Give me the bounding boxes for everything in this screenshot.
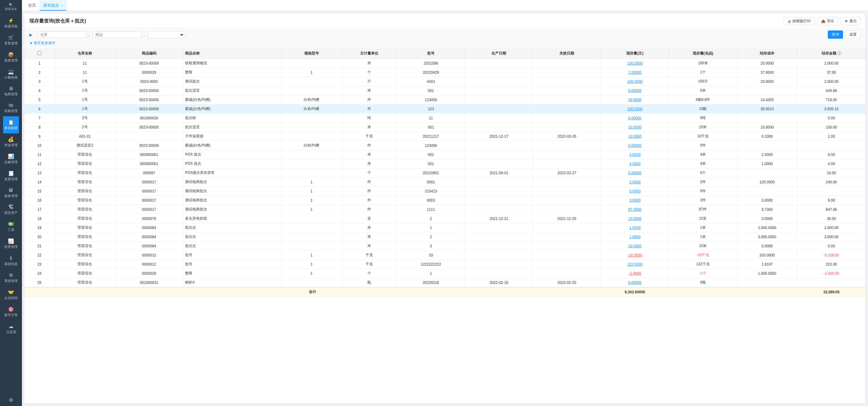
cell-code: 000900001 bbox=[115, 150, 183, 159]
cell-code: 0023-00005 bbox=[115, 86, 183, 95]
sidebar-item-ledger-mgmt[interactable]: 📊总账管理 bbox=[3, 150, 19, 168]
sidebar-item-system-mgmt[interactable]: ⚙系统管理 bbox=[3, 269, 19, 286]
sidebar-item-operation-mgmt[interactable]: 📈经营管理 bbox=[3, 235, 19, 252]
cell-qty-main[interactable]: 1.0000 bbox=[601, 223, 669, 232]
cell-qty-main[interactable]: 10.0000 bbox=[601, 132, 669, 141]
cell-name: 蟹斯 bbox=[183, 68, 281, 77]
cell-qty-main[interactable]: 0.00000 bbox=[601, 141, 669, 150]
cell-warehouse: 营室综仓 bbox=[55, 177, 115, 187]
settings-filter-button[interactable]: 设置 bbox=[845, 30, 861, 39]
sidebar-item-wholesale-mgmt[interactable]: 📦批发管理 bbox=[3, 49, 19, 66]
cell-index: 3 bbox=[24, 77, 55, 86]
search-button[interactable]: 查询 bbox=[828, 30, 843, 39]
cell-qty-main[interactable]: 0.00000 bbox=[601, 86, 669, 95]
cell-qty-main[interactable]: 122.0000 bbox=[601, 260, 669, 269]
cell-qty-main[interactable]: 3.0000 bbox=[601, 196, 669, 205]
cell-unit: 千克 bbox=[342, 251, 397, 260]
cell-qty-main[interactable]: 4.0000 bbox=[601, 150, 669, 159]
cell-qty-main[interactable]: 0.0000 bbox=[601, 187, 669, 196]
sidebar-item-retail-mgmt[interactable]: 🛒零售管理 bbox=[3, 32, 19, 49]
print-button[interactable]: 🖨 按模版打印 bbox=[783, 17, 815, 25]
sidebar-item-basic-info[interactable]: ℹ基础信息 bbox=[3, 252, 19, 269]
cell-exp-date bbox=[533, 86, 601, 95]
wholesale-mgmt-icon: 📦 bbox=[4, 52, 18, 58]
tab-库存批次[interactable]: 库存批次× bbox=[40, 0, 66, 11]
sidebar-item-cloud-app[interactable]: ☁云应用 bbox=[3, 320, 19, 337]
sidebar-item-small-ecom[interactable]: 💻小额电商 bbox=[3, 66, 19, 83]
cell-unit: 米 bbox=[342, 241, 397, 251]
tab-close-库存批次[interactable]: × bbox=[61, 4, 63, 7]
cell-unit: 件 bbox=[342, 104, 397, 113]
cell-qty-main[interactable]: 10.0000 bbox=[601, 123, 669, 132]
cell-exp-date bbox=[533, 150, 601, 159]
cell-qty-main[interactable]: 0.00000 bbox=[601, 113, 669, 123]
cell-spec bbox=[281, 123, 342, 132]
cell-qty-main[interactable]: 87.0000 bbox=[601, 205, 669, 214]
sidebar-item-enterprise-collab[interactable]: 🤝企业协同 bbox=[3, 286, 19, 303]
cell-amount: 240.00 bbox=[797, 177, 865, 187]
cell-qty-main[interactable]: 49.6000 bbox=[601, 95, 669, 104]
cell-qty-main[interactable]: -16.0000 bbox=[601, 251, 669, 260]
cell-qty-main[interactable]: 100.0000 bbox=[601, 59, 669, 68]
cell-amount bbox=[797, 141, 865, 150]
cell-index: 17 bbox=[24, 205, 55, 214]
sidebar-item-beginner-guide[interactable]: 🎯新手引导 bbox=[3, 303, 19, 320]
cell-qty-main[interactable]: 1.0000 bbox=[601, 232, 669, 241]
cell-amount: 3,505.15 bbox=[797, 104, 865, 113]
cell-cost: 1.8197 bbox=[737, 260, 797, 269]
cell-qty-main[interactable]: 10.0000 bbox=[601, 214, 669, 223]
cell-qty-main[interactable]: 10.0000 bbox=[601, 241, 669, 251]
cell-qty-main[interactable]: 0.00000 bbox=[601, 168, 669, 177]
cell-warehouse: 营室综仓 bbox=[55, 260, 115, 269]
cell-qty-aux: 4船9.6件 bbox=[669, 95, 737, 104]
sidebar-item-purchase-mgmt[interactable]: 🛍采购管理 bbox=[3, 100, 19, 116]
cell-qty-main[interactable]: 2.0000 bbox=[601, 177, 669, 187]
cell-cost: 20.0000 bbox=[737, 59, 797, 68]
cell-warehouse: 1号 bbox=[55, 77, 115, 86]
cell-qty-main[interactable]: 100.0000 bbox=[601, 104, 669, 113]
category-filter: ... bbox=[148, 31, 188, 38]
sidebar-item-finance-mgmt[interactable]: 💰资金管理 bbox=[3, 133, 19, 150]
table-row: 6 1号 0023-00008 蜜减(白色/均槽) 白色/均槽 件 123 10… bbox=[24, 104, 866, 113]
invoice-mgmt-icon: 🧾 bbox=[4, 171, 18, 176]
cell-prod-date bbox=[465, 104, 533, 113]
tab-首页[interactable]: 首页 bbox=[24, 0, 40, 11]
product-input[interactable] bbox=[93, 31, 142, 38]
warehouse-input[interactable] bbox=[37, 31, 86, 38]
cell-cost: 0.0000 bbox=[737, 241, 797, 251]
sidebar-item-inventory-check[interactable]: 📋库存核查 bbox=[3, 116, 19, 133]
th-spec: 规格型号 bbox=[281, 48, 342, 59]
cell-prod-date bbox=[465, 95, 533, 104]
sidebar-label-ecom-mgmt: 电商管理 bbox=[4, 92, 18, 96]
expand-conditions-btn[interactable]: ▼ 展开更多条件 bbox=[29, 40, 861, 46]
sidebar-item-invoice-mgmt[interactable]: 🧾发票管理 bbox=[3, 168, 19, 184]
cell-prod-date bbox=[465, 196, 533, 205]
expand-filter-icon[interactable]: ▶ bbox=[29, 32, 33, 37]
cell-cost: 120.0000 bbox=[737, 177, 797, 187]
sidebar-item-payroll[interactable]: 💵工资 bbox=[3, 218, 19, 235]
cell-qty-main[interactable]: -1.0000 bbox=[601, 269, 669, 278]
sidebar-item-ecom-mgmt[interactable]: 🖥电商管理 bbox=[3, 83, 19, 100]
export-button[interactable]: 📤 导出 bbox=[817, 17, 838, 25]
cell-qty-main[interactable]: 0.00000 bbox=[601, 278, 669, 287]
sidebar-label-operation-mgmt: 经营管理 bbox=[4, 245, 18, 248]
cell-spec bbox=[281, 59, 342, 68]
cell-prod-date: 2021-12-21 bbox=[465, 214, 533, 223]
sidebar-settings[interactable]: ⚙ bbox=[0, 394, 22, 406]
sidebar-item-tax-mgmt[interactable]: 🏛税务管理 bbox=[3, 184, 19, 201]
category-select[interactable] bbox=[148, 31, 184, 38]
sidebar-search[interactable]: 🔍 搜索菜单 bbox=[0, 0, 22, 14]
table-row: 18 营室综仓 0000078 多头异色软线 支 2 2021-12-21 20… bbox=[24, 214, 866, 223]
cell-qty-main[interactable]: 100.0000 bbox=[601, 77, 669, 86]
cell-qty-main[interactable]: 4.0000 bbox=[601, 159, 669, 168]
table-row: 13 营室综仓 000097 POS显示库存异常 个 20210901 2021… bbox=[24, 168, 866, 177]
cell-qty-main[interactable]: 1.00000 bbox=[601, 68, 669, 77]
sidebar: 🔍 搜索菜单 ⚡快捷导航🛒零售管理📦批发管理💻小额电商🖥电商管理🛍采购管理📋库存… bbox=[0, 0, 22, 406]
select-all-checkbox[interactable] bbox=[37, 51, 41, 55]
sidebar-item-fixed-assets[interactable]: 🏗固定资产 bbox=[3, 201, 19, 218]
amount-info-icon[interactable]: ⓘ bbox=[838, 51, 841, 56]
cell-warehouse: 营室综仓 bbox=[55, 196, 115, 205]
cell-prod-date bbox=[465, 59, 533, 68]
display-button[interactable]: 👁 显示 bbox=[841, 17, 861, 25]
sidebar-item-quick-nav[interactable]: ⚡快捷导航 bbox=[3, 14, 19, 32]
